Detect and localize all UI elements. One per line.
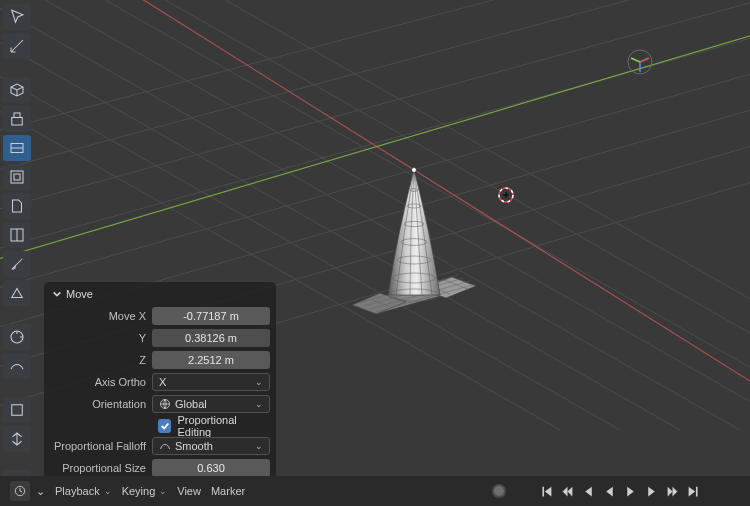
jump-end-button[interactable] [687, 485, 700, 498]
view-menu[interactable]: View [177, 485, 201, 497]
add-cube-tool[interactable] [3, 77, 31, 103]
svg-rect-45 [12, 118, 23, 126]
label-move-z: Z [50, 354, 152, 366]
smooth-tool[interactable] [3, 353, 31, 379]
operator-panel: Move Move X -0.77187 m Y 0.38126 m Z 2.2… [44, 282, 276, 506]
frame-prev-button[interactable] [582, 485, 595, 498]
tool-shelf [0, 0, 34, 506]
measure-tool[interactable] [3, 33, 31, 59]
auto-key-toggle[interactable] [492, 484, 506, 498]
inset-tool[interactable] [3, 164, 31, 190]
spin-tool[interactable] [3, 324, 31, 350]
svg-rect-50 [14, 174, 20, 180]
poly-build-tool[interactable] [3, 280, 31, 306]
keyframe-next-button[interactable] [666, 485, 679, 498]
keyframe-prev-button[interactable] [561, 485, 574, 498]
proportional-size-field[interactable]: 0.630 [152, 459, 270, 477]
extrude-region-tool[interactable] [3, 106, 31, 132]
proportional-editing-label: Proportional Editing [177, 414, 270, 438]
label-prop-size: Proportional Size [50, 462, 152, 474]
label-move-x: Move X [50, 310, 152, 322]
chevron-down-icon: ⌄ [255, 377, 263, 387]
operator-header[interactable]: Move [50, 286, 270, 306]
chevron-down-icon [52, 289, 62, 299]
label-orientation: Orientation [50, 398, 152, 410]
play-forward-button[interactable] [624, 485, 637, 498]
move-y-field[interactable]: 0.38126 m [152, 329, 270, 347]
loop-cut-tool[interactable] [3, 222, 31, 248]
svg-rect-46 [14, 113, 20, 118]
bevel-tool[interactable] [3, 193, 31, 219]
extrude-loop-tool[interactable] [3, 135, 31, 161]
axis-ortho-select[interactable]: X⌄ [152, 373, 270, 391]
playback-controls [492, 484, 700, 498]
knife-tool[interactable] [3, 251, 31, 277]
keying-menu[interactable]: Keying⌄ [122, 485, 168, 497]
frame-next-button[interactable] [645, 485, 658, 498]
label-falloff: Proportional Falloff [50, 440, 152, 452]
play-reverse-button[interactable] [603, 485, 616, 498]
chevron-down-icon: ⌄ [255, 441, 263, 451]
timeline-header: ⌄ Playback⌄ Keying⌄ View Marker [0, 476, 750, 506]
editor-type-button[interactable] [10, 481, 30, 501]
label-axis: Axis Ortho [50, 376, 152, 388]
playback-menu[interactable]: Playback⌄ [55, 485, 112, 497]
marker-menu[interactable]: Marker [211, 485, 245, 497]
proportional-editing-checkbox[interactable] [158, 419, 171, 433]
label-move-y: Y [50, 332, 152, 344]
shrink-fatten-tool[interactable] [3, 426, 31, 452]
edge-slide-tool[interactable] [3, 397, 31, 423]
svg-rect-49 [11, 171, 23, 183]
chevron-down-icon: ⌄ [255, 399, 263, 409]
svg-rect-54 [12, 405, 23, 416]
jump-start-button[interactable] [540, 485, 553, 498]
selected-vertex[interactable] [412, 168, 417, 173]
orientation-global-icon [159, 398, 171, 410]
falloff-smooth-icon [159, 440, 171, 452]
chevron-down-icon: ⌄ [36, 485, 45, 498]
orientation-select[interactable]: Global⌄ [152, 395, 270, 413]
move-x-field[interactable]: -0.77187 m [152, 307, 270, 325]
cursor-tool[interactable] [3, 4, 31, 30]
move-z-field[interactable]: 2.2512 m [152, 351, 270, 369]
operator-title: Move [66, 288, 93, 300]
falloff-select[interactable]: Smooth⌄ [152, 437, 270, 455]
